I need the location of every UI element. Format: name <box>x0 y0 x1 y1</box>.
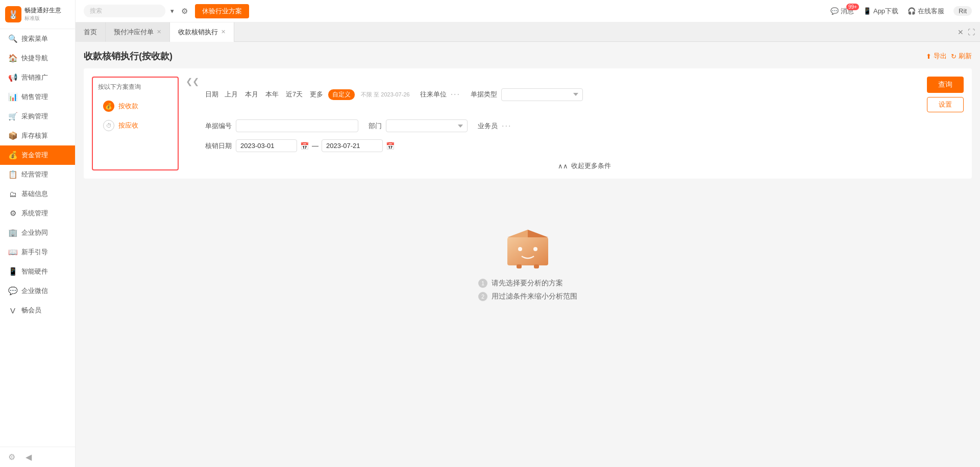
guide-icon: 📖 <box>8 248 17 257</box>
sidebar-item-basic[interactable]: 🗂 基础信息 <box>0 184 75 204</box>
tab-maximize-icon[interactable]: ⛶ <box>968 28 975 36</box>
filter-docno-field: 单据编号 <box>205 119 358 132</box>
sidebar-item-search[interactable]: 🔍 搜索菜单 <box>0 29 75 48</box>
tab-prepay[interactable]: 预付冲应付单 ✕ <box>106 22 170 42</box>
operation-icon: 📋 <box>8 170 17 179</box>
sidebar-bottom: ⚙ ◀ <box>0 447 75 467</box>
collapse-sidebar-icon[interactable]: ◀ <box>26 452 32 462</box>
hardware-icon: 📱 <box>8 267 17 276</box>
topbar-app-download[interactable]: 📱 App下载 <box>863 7 898 16</box>
filter-collapse-button[interactable]: ❮❮ <box>186 77 199 170</box>
app-label: App下载 <box>873 7 898 16</box>
sidebar-item-hardware[interactable]: 📱 智能硬件 <box>0 262 75 281</box>
topbar-dropdown-icon[interactable]: ▾ <box>170 7 174 15</box>
tab-close-all-icon[interactable]: ✕ <box>958 28 964 36</box>
topbar-gear-icon[interactable]: ⚙ <box>181 7 188 16</box>
dept-select[interactable] <box>386 119 468 132</box>
svg-rect-5 <box>517 264 522 268</box>
app-icon: 📱 <box>863 7 871 15</box>
message-icon: 💬 <box>830 7 839 15</box>
partner-label: 往来单位 <box>420 90 447 99</box>
staff-more-icon[interactable]: ··· <box>502 121 511 131</box>
calendar-from-icon[interactable]: 📅 <box>300 142 309 150</box>
date-tab-7days[interactable]: 近7天 <box>284 89 305 100</box>
date-tab-this-year[interactable]: 本年 <box>263 89 281 100</box>
svg-rect-6 <box>534 264 539 268</box>
sidebar-item-label: 智能硬件 <box>21 267 48 276</box>
tab-receivable-close[interactable]: ✕ <box>221 29 226 35</box>
tab-receivable[interactable]: 收款核销执行 ✕ <box>170 22 234 42</box>
tab-prepay-close[interactable]: ✕ <box>157 29 161 35</box>
date-tab-custom[interactable]: 自定义 <box>328 89 355 100</box>
topbar-user-menu[interactable]: Rit <box>953 6 972 16</box>
sidebar-item-wechat[interactable]: 💬 企业微信 <box>0 281 75 301</box>
export-button[interactable]: ⬆ 导出 <box>926 52 947 61</box>
sidebar-item-finance[interactable]: 💰 资金管理 <box>0 145 75 165</box>
sidebar-item-label: 营销推广 <box>21 73 48 82</box>
filter-verifydate-field: 核销日期 📅 — 📅 <box>205 139 395 152</box>
filter-buttons: 查询 设置 <box>927 77 964 112</box>
topbar-message-button[interactable]: 💬 消息 99+ <box>830 7 854 16</box>
filter-option-by-receipt[interactable]: 💰 按收款 <box>98 96 173 116</box>
date-tab-more[interactable]: 更多 <box>308 89 325 100</box>
step-2-text: 用过滤条件来缩小分析范围 <box>492 292 577 301</box>
sidebar-item-label: 畅会员 <box>21 306 41 315</box>
settings-bottom-icon[interactable]: ⚙ <box>8 452 15 462</box>
verify-date-range: 📅 — 📅 <box>236 139 395 152</box>
settings-button[interactable]: 设置 <box>927 97 964 112</box>
dept-label: 部门 <box>369 121 382 131</box>
sidebar-item-quick[interactable]: 🏠 快捷导航 <box>0 48 75 68</box>
filter-fields: 日期 上月 本月 本年 近7天 更多 自定义 不限 至 2023-07-26 往… <box>205 77 964 170</box>
sidebar-item-marketing[interactable]: 📢 营销推广 <box>0 68 75 87</box>
date-tab-prev-month[interactable]: 上月 <box>223 89 240 100</box>
docno-input[interactable] <box>236 119 358 132</box>
sidebar-item-label: 资金管理 <box>21 151 48 160</box>
filter-row-1: 日期 上月 本月 本年 近7天 更多 自定义 不限 至 2023-07-26 往… <box>205 77 964 112</box>
sidebar-item-sales[interactable]: 📊 销售管理 <box>0 87 75 107</box>
topbar-solution-button[interactable]: 休验行业方案 <box>195 4 249 18</box>
tab-prepay-label: 预付冲应付单 <box>114 28 154 37</box>
home-icon: 🏠 <box>8 54 17 63</box>
svg-marker-2 <box>528 230 548 237</box>
date-tab-this-month[interactable]: 本月 <box>243 89 260 100</box>
filter-option-by-receivable[interactable]: ⏱ 按应收 <box>98 116 173 135</box>
topbar: 搜索 ▾ ⚙ 休验行业方案 💬 消息 99+ 📱 App下载 🎧 在线客服 Ri… <box>76 0 980 22</box>
sidebar-item-vip[interactable]: V 畅会员 <box>0 301 75 320</box>
sidebar-item-purchase[interactable]: 🛒 采购管理 <box>0 107 75 126</box>
svg-point-3 <box>518 247 522 251</box>
step-1-text: 请先选择要分析的方案 <box>492 279 563 288</box>
purchase-icon: 🛒 <box>8 112 17 121</box>
tab-home[interactable]: 首页 <box>76 22 106 42</box>
query-button[interactable]: 查询 <box>927 77 964 93</box>
basic-icon: 🗂 <box>8 190 17 199</box>
doctype-select[interactable] <box>501 88 583 101</box>
collapse-up-icon: ∧∧ <box>558 162 568 170</box>
export-label: 导出 <box>934 52 947 61</box>
verify-date-to-input[interactable] <box>322 139 383 152</box>
topbar-online-service[interactable]: 🎧 在线客服 <box>908 7 944 16</box>
sidebar-item-system[interactable]: ⚙ 系统管理 <box>0 204 75 223</box>
refresh-button[interactable]: ↻ 刷新 <box>951 52 972 61</box>
service-icon: 🎧 <box>908 7 916 15</box>
sidebar-logo: 🐰 畅捷通好生意 标准版 <box>0 0 75 29</box>
sidebar: 🐰 畅捷通好生意 标准版 🔍 搜索菜单 🏠 快捷导航 📢 营销推广 📊 销售管理… <box>0 0 76 467</box>
empty-svg-icon <box>497 219 558 271</box>
sidebar-item-inventory[interactable]: 📦 库存核算 <box>0 126 75 145</box>
partner-more-icon[interactable]: ··· <box>451 90 460 99</box>
sidebar-item-enterprise[interactable]: 🏢 企业协同 <box>0 223 75 242</box>
user-name: Rit <box>959 7 967 15</box>
page-title: 收款核销执行(按收款) <box>84 50 173 62</box>
collapse-more-conditions[interactable]: ∧∧ 收起更多条件 <box>205 161 964 170</box>
page-title-bar: 收款核销执行(按收款) ⬆ 导出 ↻ 刷新 <box>84 50 972 62</box>
sidebar-item-guide[interactable]: 📖 新手引导 <box>0 242 75 262</box>
page-actions: ⬆ 导出 ↻ 刷新 <box>926 52 972 61</box>
staff-label: 业务员 <box>478 121 498 131</box>
empty-illustration <box>497 219 558 271</box>
wechat-icon: 💬 <box>8 286 17 296</box>
sidebar-item-operation[interactable]: 📋 经营管理 <box>0 165 75 184</box>
date-label: 日期 <box>205 90 218 99</box>
filter-doctype-field: 单据类型 <box>471 88 583 101</box>
calendar-to-icon[interactable]: 📅 <box>386 142 395 150</box>
verify-date-from-input[interactable] <box>236 139 297 152</box>
service-label: 在线客服 <box>918 7 944 16</box>
